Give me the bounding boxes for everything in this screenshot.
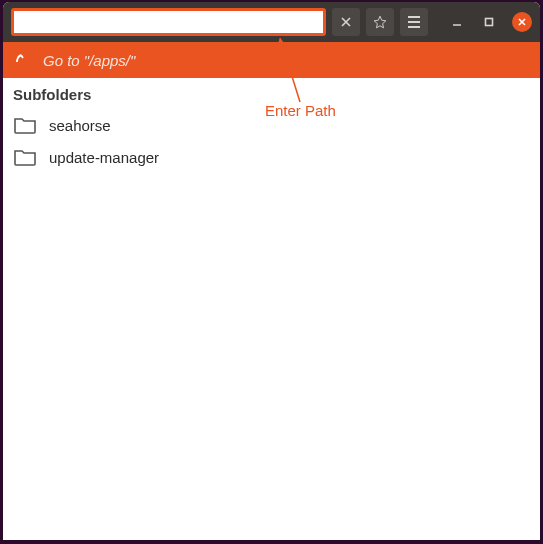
close-icon xyxy=(340,16,352,28)
minimize-button[interactable] xyxy=(448,13,466,31)
clear-path-button[interactable] xyxy=(332,8,360,36)
list-item[interactable]: update-manager xyxy=(3,141,540,173)
item-label: update-manager xyxy=(49,149,159,166)
menu-button[interactable] xyxy=(400,8,428,36)
folder-icon xyxy=(13,115,37,135)
list-item[interactable]: seahorse xyxy=(3,109,540,141)
back-icon[interactable] xyxy=(15,53,31,67)
bookmark-button[interactable] xyxy=(366,8,394,36)
pathbar: Go to "/apps/" xyxy=(3,42,540,78)
minimize-icon xyxy=(452,17,462,27)
titlebar xyxy=(3,2,540,42)
close-icon xyxy=(517,17,527,27)
window-controls xyxy=(448,12,532,32)
star-icon xyxy=(373,15,387,29)
maximize-button[interactable] xyxy=(480,13,498,31)
maximize-icon xyxy=(484,17,494,27)
window: Go to "/apps/" Subfolders seahorse updat… xyxy=(3,2,540,540)
folder-icon xyxy=(13,147,37,167)
svg-rect-0 xyxy=(486,19,493,26)
content-area: Subfolders seahorse update-manager xyxy=(3,78,540,540)
path-input[interactable] xyxy=(11,8,326,36)
section-header: Subfolders xyxy=(3,78,540,109)
hamburger-icon xyxy=(407,16,421,28)
item-label: seahorse xyxy=(49,117,111,134)
pathbar-text: Go to "/apps/" xyxy=(43,52,135,69)
close-window-button[interactable] xyxy=(512,12,532,32)
